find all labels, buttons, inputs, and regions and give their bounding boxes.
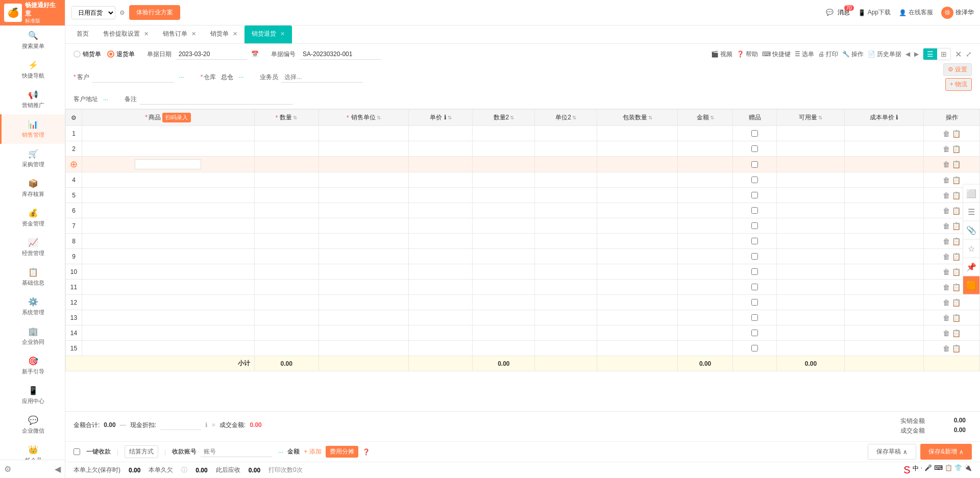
cell-sales-unit-1[interactable] [318, 126, 409, 141]
sidebar-item-purchase[interactable]: 🛒采购管理 [0, 144, 65, 173]
sidebar-item-operations[interactable]: 📈经营管理 [0, 233, 65, 262]
delete-btn-5[interactable]: 🗑 [943, 191, 950, 199]
staff-input[interactable] [281, 72, 363, 83]
cell-unit2-9[interactable] [535, 249, 597, 264]
scan-btn[interactable]: 扫码录入 [162, 113, 191, 122]
cell-available-12[interactable] [777, 295, 845, 310]
gift-checkbox-15[interactable] [751, 345, 758, 351]
settings-icon[interactable]: ⚙ [119, 9, 125, 16]
gift-checkbox-9[interactable] [751, 253, 758, 260]
cell-product-5[interactable] [82, 188, 255, 203]
cash-discount-input[interactable] [160, 420, 201, 430]
doc-date-input[interactable] [176, 49, 247, 60]
cell-product-12[interactable] [82, 295, 255, 310]
sidebar-item-member[interactable]: 👑畅会员 [0, 440, 65, 460]
cell-available-13[interactable] [777, 310, 845, 325]
gift-checkbox-6[interactable] [751, 207, 758, 214]
gift-checkbox-4[interactable] [751, 177, 758, 183]
cell-product-2[interactable] [82, 141, 255, 157]
gift-checkbox-12[interactable] [751, 299, 758, 306]
cell-amount-2[interactable] [678, 141, 733, 157]
product-input-3[interactable] [135, 159, 201, 169]
cell-product-1[interactable] [82, 126, 255, 141]
cell-unit-price-6[interactable] [409, 203, 473, 218]
sidebar-item-sales[interactable]: 📊销售管理 [0, 114, 65, 144]
cell-available-15[interactable] [777, 341, 845, 356]
cell-amount-8[interactable] [678, 234, 733, 249]
cell-unit-price-7[interactable] [409, 218, 473, 234]
cell-pkg-qty-1[interactable] [597, 126, 677, 141]
cell-unit2-12[interactable] [535, 295, 597, 310]
cell-unit-price-2[interactable] [409, 141, 473, 157]
save-new-btn[interactable]: 保存&新增 ∧ [920, 444, 972, 460]
gift-checkbox-5[interactable] [751, 192, 758, 198]
right-panel-panel3[interactable]: 📎 [963, 221, 979, 239]
copy-btn-8[interactable]: 📋 [952, 237, 961, 245]
cell-gift-12[interactable] [732, 295, 777, 310]
cell-sales-unit-12[interactable] [318, 295, 409, 310]
operate-btn[interactable]: 🔧 操作 [842, 50, 864, 59]
cell-unit2-15[interactable] [535, 341, 597, 356]
sidebar-item-finance[interactable]: 💰资金管理 [0, 203, 65, 233]
cell-unit-price-8[interactable] [409, 234, 473, 249]
delete-btn-15[interactable]: 🗑 [943, 344, 950, 353]
cell-amount-9[interactable] [678, 249, 733, 264]
next-btn[interactable]: ▶ [914, 51, 919, 58]
warehouse-select-btn[interactable]: ··· [238, 73, 243, 81]
copy-btn-6[interactable]: 📋 [952, 207, 961, 215]
cell-available-14[interactable] [777, 325, 845, 341]
delete-btn-8[interactable]: 🗑 [943, 237, 950, 245]
cell-product-13[interactable] [82, 310, 255, 325]
tab-sales-return[interactable]: 销货退货✕ [244, 26, 292, 43]
cell-unit2-13[interactable] [535, 310, 597, 325]
sidebar-item-shortcut[interactable]: ⚡快捷导航 [0, 55, 65, 85]
account-dots[interactable]: ··· [278, 448, 283, 456]
cell-cost-price-9[interactable] [845, 249, 924, 264]
card-view-btn[interactable]: ⊞ [937, 48, 950, 60]
help-btn[interactable]: ❓ 帮助 [737, 50, 758, 59]
cell-gift-2[interactable] [732, 141, 777, 157]
copy-btn-12[interactable]: 📋 [952, 298, 961, 307]
cell-sales-unit-10[interactable] [318, 264, 409, 280]
cell-pkg-qty-9[interactable] [597, 249, 677, 264]
settlement-btn[interactable]: 结算方式 [125, 445, 158, 458]
cell-unit2-8[interactable] [535, 234, 597, 249]
tab-close-price-setting[interactable]: ✕ [144, 31, 149, 37]
customer-select-btn[interactable]: ··· [179, 73, 184, 81]
cell-pkg-qty-14[interactable] [597, 325, 677, 341]
gift-checkbox-11[interactable] [751, 284, 758, 290]
select-btn[interactable]: ☰ 选单 [795, 50, 814, 59]
cell-qty2-3[interactable] [473, 157, 535, 172]
cell-qty2-4[interactable] [473, 172, 535, 188]
cell-pkg-qty-6[interactable] [597, 203, 677, 218]
cell-product-14[interactable] [82, 325, 255, 341]
cell-qty-7[interactable] [254, 218, 318, 234]
address-select-btn[interactable]: ··· [103, 96, 108, 103]
cell-amount-15[interactable] [678, 341, 733, 356]
cell-cost-price-4[interactable] [845, 172, 924, 188]
cell-unit2-1[interactable] [535, 126, 597, 141]
cell-qty2-14[interactable] [473, 325, 535, 341]
cell-qty-9[interactable] [254, 249, 318, 264]
cell-pkg-qty-5[interactable] [597, 188, 677, 203]
cell-qty2-7[interactable] [473, 218, 535, 234]
cell-sales-unit-4[interactable] [318, 172, 409, 188]
cell-sales-unit-15[interactable] [318, 341, 409, 356]
cell-amount-6[interactable] [678, 203, 733, 218]
online-service[interactable]: 👤在线客服 [899, 8, 933, 17]
sidebar-item-inventory[interactable]: 📦库存核算 [0, 173, 65, 203]
cell-amount-10[interactable] [678, 264, 733, 280]
cell-product-3[interactable] [82, 157, 255, 172]
cell-qty-14[interactable] [254, 325, 318, 341]
cell-product-7[interactable] [82, 218, 255, 234]
sidebar-item-marketing[interactable]: 📢营销推广 [0, 85, 65, 114]
cell-cost-price-6[interactable] [845, 203, 924, 218]
maximize-btn[interactable]: ⤢ [966, 50, 972, 58]
cell-unit2-2[interactable] [535, 141, 597, 157]
cell-amount-13[interactable] [678, 310, 733, 325]
cell-product-8[interactable] [82, 234, 255, 249]
right-panel-panel5[interactable]: 📌 [963, 258, 979, 276]
cell-amount-3[interactable] [678, 157, 733, 172]
copy-btn-1[interactable]: 📋 [952, 130, 961, 138]
cell-unit-price-1[interactable] [409, 126, 473, 141]
